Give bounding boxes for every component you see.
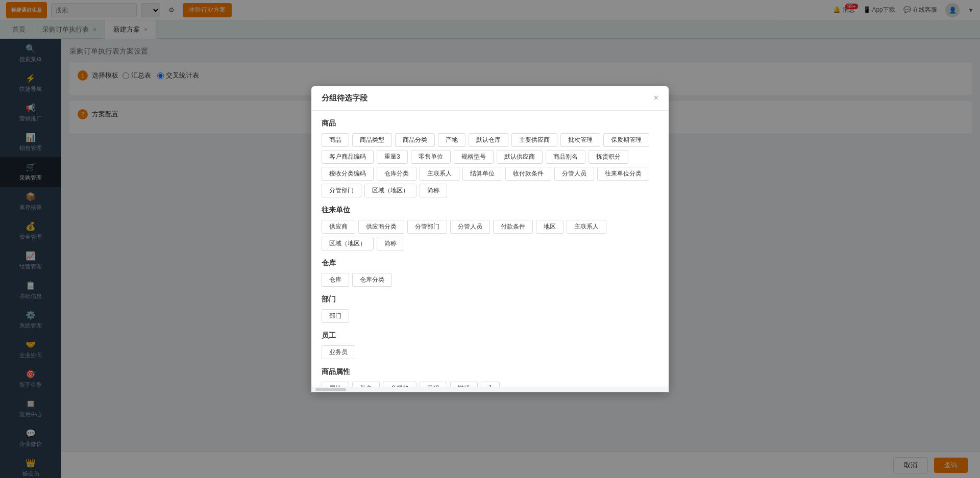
field-tag-attr-0[interactable]: 属性 [322, 382, 349, 387]
field-tag-product-15[interactable]: 税收分类编码 [322, 167, 374, 181]
field-tag-product-3[interactable]: 产地 [438, 133, 465, 147]
field-tag-product-20[interactable]: 分管人员 [554, 167, 594, 181]
field-tag-partner-3[interactable]: 分管人员 [450, 220, 490, 234]
modal-header: 分组待选字段 × [311, 86, 669, 111]
modal-field-selector: 分组待选字段 × 商品 商品 商品类型 商品分类 产地 默认仓库 主要供应商 批… [311, 86, 669, 392]
field-tag-partner-6[interactable]: 主联系人 [567, 220, 606, 234]
employee-field-tags: 业务员 [322, 345, 658, 359]
field-tag-product-8[interactable]: 客户商品编码 [322, 150, 374, 164]
field-tag-product-13[interactable]: 商品别名 [546, 150, 585, 164]
field-tag-product-24[interactable]: 简称 [420, 184, 447, 197]
field-tag-product-7[interactable]: 保质期管理 [603, 133, 649, 147]
field-group-product-attr: 商品属性 属性 颜色 多规格 尺码 鞋码 1 [322, 367, 658, 387]
department-field-tags: 部门 [322, 309, 658, 323]
field-tag-department-0[interactable]: 部门 [322, 309, 349, 323]
field-tag-partner-7[interactable]: 区域（地区） [322, 237, 374, 250]
field-tag-product-23[interactable]: 区域（地区） [364, 184, 416, 197]
field-tag-product-11[interactable]: 规格型号 [454, 150, 494, 164]
field-tag-partner-1[interactable]: 供应商分类 [358, 220, 404, 234]
field-tag-product-17[interactable]: 主联系人 [420, 167, 459, 181]
field-tag-product-21[interactable]: 往来单位分类 [597, 167, 649, 181]
field-group-partner-title: 往来单位 [322, 206, 658, 215]
field-tag-partner-8[interactable]: 简称 [377, 237, 404, 250]
field-tag-product-9[interactable]: 重量3 [377, 150, 408, 164]
field-tag-partner-4[interactable]: 付款条件 [493, 220, 533, 234]
modal-horizontal-scrollbar[interactable] [311, 387, 669, 392]
field-tag-product-1[interactable]: 商品类型 [352, 133, 392, 147]
field-tag-partner-0[interactable]: 供应商 [322, 220, 355, 234]
field-tag-attr-2[interactable]: 多规格 [383, 382, 416, 387]
field-group-product-title: 商品 [322, 119, 658, 128]
field-group-employee-title: 员工 [322, 331, 658, 340]
field-tag-product-18[interactable]: 结算单位 [462, 167, 502, 181]
field-tag-attr-5[interactable]: 1 [481, 382, 500, 387]
partner-field-tags: 供应商 供应商分类 分管部门 分管人员 付款条件 地区 主联系人 区域（地区） … [322, 220, 658, 250]
modal-close-button[interactable]: × [654, 93, 658, 103]
field-tag-product-0[interactable]: 商品 [322, 133, 349, 147]
field-group-department-title: 部门 [322, 295, 658, 304]
field-group-product: 商品 商品 商品类型 商品分类 产地 默认仓库 主要供应商 批次管理 保质期管理… [322, 119, 658, 197]
field-group-warehouse: 仓库 仓库 仓库分类 [322, 259, 658, 287]
field-group-product-attr-title: 商品属性 [322, 367, 658, 376]
field-tag-partner-5[interactable]: 地区 [536, 220, 564, 234]
field-tag-product-5[interactable]: 主要供应商 [511, 133, 557, 147]
modal-body: 商品 商品 商品类型 商品分类 产地 默认仓库 主要供应商 批次管理 保质期管理… [311, 111, 669, 387]
field-tag-product-16[interactable]: 仓库分类 [377, 167, 416, 181]
field-group-department: 部门 部门 [322, 295, 658, 323]
field-group-employee: 员工 业务员 [322, 331, 658, 359]
field-group-partner: 往来单位 供应商 供应商分类 分管部门 分管人员 付款条件 地区 主联系人 区域… [322, 206, 658, 250]
field-tag-product-10[interactable]: 零售单位 [411, 150, 451, 164]
field-tag-product-2[interactable]: 商品分类 [395, 133, 435, 147]
field-tag-attr-1[interactable]: 颜色 [352, 382, 380, 387]
field-tag-attr-4[interactable]: 鞋码 [450, 382, 478, 387]
field-tag-partner-2[interactable]: 分管部门 [407, 220, 447, 234]
field-tag-product-4[interactable]: 默认仓库 [469, 133, 508, 147]
field-tag-attr-3[interactable]: 尺码 [420, 382, 447, 387]
modal-title: 分组待选字段 [322, 93, 368, 103]
field-tag-product-14[interactable]: 拣货积分 [589, 150, 628, 164]
product-attr-field-tags: 属性 颜色 多规格 尺码 鞋码 1 [322, 382, 658, 387]
field-tag-warehouse-1[interactable]: 仓库分类 [352, 273, 392, 287]
field-tag-product-19[interactable]: 收付款条件 [505, 167, 551, 181]
product-field-tags: 商品 商品类型 商品分类 产地 默认仓库 主要供应商 批次管理 保质期管理 客户… [322, 133, 658, 197]
field-tag-product-6[interactable]: 批次管理 [560, 133, 600, 147]
field-tag-product-12[interactable]: 默认供应商 [497, 150, 543, 164]
field-tag-warehouse-0[interactable]: 仓库 [322, 273, 349, 287]
field-tag-employee-0[interactable]: 业务员 [322, 345, 355, 359]
warehouse-field-tags: 仓库 仓库分类 [322, 273, 658, 287]
field-group-warehouse-title: 仓库 [322, 259, 658, 268]
field-tag-product-22[interactable]: 分管部门 [322, 184, 361, 197]
